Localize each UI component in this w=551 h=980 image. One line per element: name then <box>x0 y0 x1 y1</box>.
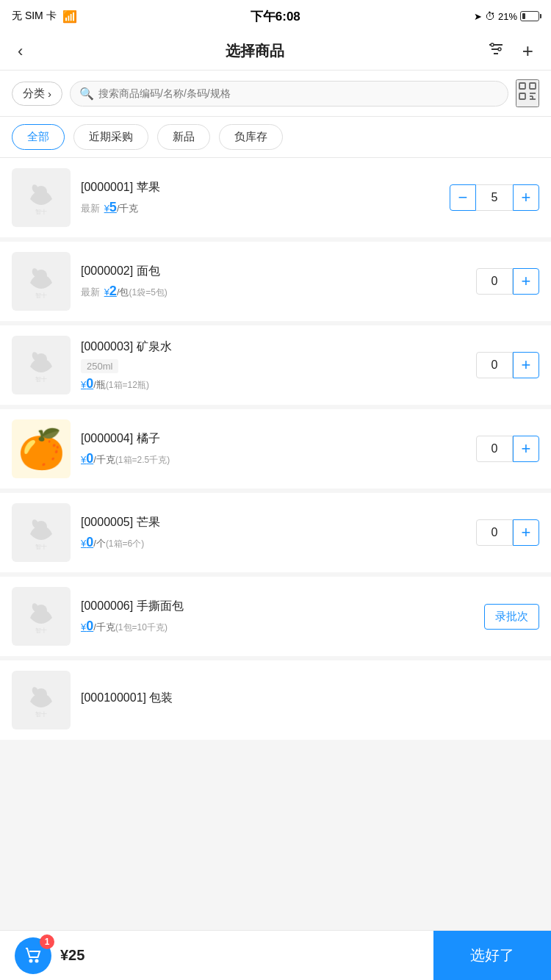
status-bar: 无 SIM 卡 📶 下午6:08 ➤ ⏱ 21% <box>0 0 551 32</box>
product-name: [0000001] 苹果 <box>81 180 439 195</box>
product-info: [0000002] 面包 最新 ¥2/包(1袋=5包) <box>81 264 466 299</box>
product-price: ¥0/千克(1箱=2.5千克) <box>81 451 466 466</box>
placeholder-icon: 智十 <box>19 594 63 638</box>
increase-button[interactable]: + <box>513 519 539 546</box>
product-price: ¥0/个(1箱=6个) <box>81 535 466 550</box>
tab-new[interactable]: 新品 <box>157 124 210 150</box>
product-info: [0000005] 芒果 ¥0/个(1箱=6个) <box>81 515 466 550</box>
quantity-input[interactable] <box>476 184 513 211</box>
category-arrow: › <box>48 87 51 100</box>
confirm-button[interactable]: 选好了 <box>433 931 551 981</box>
product-info: [0000001] 苹果 最新 ¥5/千克 <box>81 180 439 215</box>
cart-button[interactable]: 1 <box>15 937 51 974</box>
product-item: 智十 [0000003] 矿泉水 250ml ¥0/瓶(1箱=12瓶) + <box>0 325 551 405</box>
product-name: [0000002] 面包 <box>81 264 466 279</box>
alarm-icon: ⏱ <box>485 10 495 22</box>
filter-button[interactable] <box>484 37 508 65</box>
battery-icon <box>520 11 539 21</box>
placeholder-icon: 智十 <box>19 511 63 555</box>
search-area: 分类 › 🔍 <box>0 71 551 117</box>
product-price: ¥0/千克(1包=10千克) <box>81 619 474 634</box>
product-image: 🍊 <box>12 419 71 478</box>
quantity-input[interactable] <box>476 436 513 462</box>
product-info: [0000004] 橘子 ¥0/千克(1箱=2.5千克) <box>81 431 466 466</box>
tabs-bar: 全部 近期采购 新品 负库存 <box>0 117 551 158</box>
quantity-control: + <box>476 268 539 295</box>
search-icon: 🔍 <box>79 87 94 101</box>
svg-text:智十: 智十 <box>35 544 47 550</box>
product-item: 🍊 [0000004] 橘子 ¥0/千克(1箱=2.5千克) + <box>0 409 551 489</box>
product-image: 智十 <box>12 336 71 394</box>
navbar-right: + <box>484 37 536 65</box>
product-item: 智十 [0000002] 面包 最新 ¥2/包(1袋=5包) + <box>0 242 551 321</box>
battery-text: 21% <box>498 11 517 22</box>
add-button[interactable]: + <box>519 37 536 65</box>
product-image: 智十 <box>12 252 71 311</box>
cart-area: 1 ¥25 <box>0 937 99 974</box>
svg-text:智十: 智十 <box>35 711 47 718</box>
product-item: 智十 [0000006] 手撕面包 ¥0/千克(1包=10千克) 录批次 <box>0 577 551 656</box>
cart-total: ¥25 <box>60 947 84 964</box>
product-spec: 250ml <box>81 359 118 373</box>
product-image: 智十 <box>12 503 71 562</box>
bottom-bar: 1 ¥25 选好了 <box>0 930 551 980</box>
status-time: 下午6:08 <box>251 8 300 25</box>
product-info: [0000003] 矿泉水 250ml ¥0/瓶(1箱=12瓶) <box>81 339 466 392</box>
product-image: 智十 <box>12 671 71 729</box>
scan-button[interactable] <box>516 79 539 107</box>
product-name: [0000006] 手撕面包 <box>81 599 474 614</box>
increase-button[interactable]: + <box>513 352 539 378</box>
placeholder-icon: 智十 <box>19 678 63 722</box>
product-name: [0000003] 矿泉水 <box>81 339 466 355</box>
svg-rect-7 <box>519 93 525 99</box>
placeholder-icon: 智十 <box>19 176 63 220</box>
increase-button[interactable]: + <box>513 436 539 462</box>
cart-badge: 1 <box>40 934 54 949</box>
decrease-button[interactable]: − <box>450 184 476 211</box>
location-icon: ➤ <box>474 11 482 22</box>
quantity-input[interactable] <box>476 519 513 546</box>
tab-recent[interactable]: 近期采购 <box>73 124 148 150</box>
svg-point-31 <box>36 959 38 962</box>
product-image: 智十 <box>12 587 71 646</box>
product-info: [000100001] 包装 <box>81 691 539 710</box>
svg-text:智十: 智十 <box>35 376 47 383</box>
svg-rect-6 <box>530 83 536 89</box>
quantity-control: − + <box>450 184 539 211</box>
product-name: [000100001] 包装 <box>81 691 539 706</box>
carrier-text: 无 SIM 卡 <box>12 10 57 23</box>
product-price: 最新 ¥2/包(1袋=5包) <box>81 284 466 299</box>
svg-point-4 <box>498 48 501 51</box>
cart-icon <box>23 945 43 966</box>
svg-text:智十: 智十 <box>35 292 47 299</box>
tab-negative[interactable]: 负库存 <box>219 124 283 150</box>
status-left: 无 SIM 卡 📶 <box>12 10 77 24</box>
page-title: 选择商品 <box>226 41 284 61</box>
record-batch-button[interactable]: 录批次 <box>484 604 539 630</box>
wifi-icon: 📶 <box>62 10 77 24</box>
svg-point-3 <box>491 43 494 46</box>
product-image: 智十 <box>12 168 71 227</box>
category-button[interactable]: 分类 › <box>12 82 62 106</box>
increase-button[interactable]: + <box>513 268 539 295</box>
product-price: ¥0/瓶(1箱=12瓶) <box>81 376 466 392</box>
quantity-input[interactable] <box>476 352 513 378</box>
product-item: 智十 [0000001] 苹果 最新 ¥5/千克 − + <box>0 158 551 237</box>
svg-rect-5 <box>519 83 525 89</box>
quantity-input[interactable] <box>476 268 513 295</box>
tab-all[interactable]: 全部 <box>12 124 65 150</box>
product-info: [0000006] 手撕面包 ¥0/千克(1包=10千克) <box>81 599 474 634</box>
category-label: 分类 <box>23 87 45 101</box>
back-button[interactable]: ‹ <box>15 39 26 64</box>
search-input[interactable] <box>98 87 499 99</box>
product-item: 智十 [000100001] 包装 <box>0 660 551 740</box>
svg-text:智十: 智十 <box>35 627 47 634</box>
orange-image: 🍊 <box>18 430 65 468</box>
placeholder-icon: 智十 <box>19 259 63 303</box>
product-list: 智十 [0000001] 苹果 最新 ¥5/千克 − + 智十 [0000002… <box>0 158 551 740</box>
svg-point-30 <box>30 959 32 962</box>
status-right: ➤ ⏱ 21% <box>474 10 539 22</box>
navbar-left: ‹ <box>15 39 26 64</box>
increase-button[interactable]: + <box>513 184 539 211</box>
product-price: 最新 ¥5/千克 <box>81 200 439 215</box>
